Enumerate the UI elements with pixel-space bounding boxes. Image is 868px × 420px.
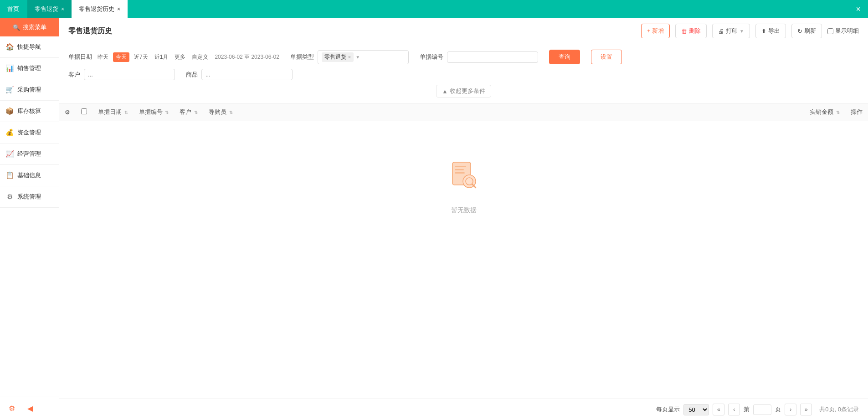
first-page-button[interactable]: « <box>713 404 724 415</box>
print-dropdown-arrow: ▼ <box>740 29 744 34</box>
print-icon: 🖨 <box>718 28 724 35</box>
sidebar-item-purchase-label: 采购管理 <box>17 86 41 94</box>
add-button[interactable]: + 新增 <box>641 24 670 38</box>
page-label-suffix: 页 <box>775 405 781 414</box>
export-icon: ⬆ <box>761 28 766 35</box>
type-filter-label: 单据类型 <box>290 53 314 61</box>
sidebar-item-sales[interactable]: 📊 销售管理 <box>0 58 59 79</box>
filter-row-2: 客户 商品 <box>68 69 859 80</box>
date-filter-item: 单据日期 昨天 今天 近7天 近1月 更多 自定义 2023-06-02 至 2… <box>68 52 279 62</box>
sidebar-item-quick-nav[interactable]: 🏠 快捷导航 <box>0 36 59 58</box>
sidebar-item-system[interactable]: ⚙ 系统管理 <box>0 186 59 208</box>
sidebar-item-basic-info-label: 基础信息 <box>17 171 41 179</box>
sidebar-search-label: 搜索菜单 <box>23 23 46 31</box>
svg-rect-2 <box>455 169 464 170</box>
add-button-label: + 新增 <box>647 27 664 35</box>
th-settings: ⚙ <box>59 103 76 121</box>
type-tag-close[interactable]: × <box>348 54 351 60</box>
sidebar-gear-button[interactable]: ⚙ <box>5 401 19 415</box>
tab-retail-return-history[interactable]: 零售退货历史 × <box>72 0 128 18</box>
sidebar-search-button[interactable]: 🔍 搜索菜单 <box>0 18 59 36</box>
th-customer-label: 客户 <box>180 108 191 115</box>
th-guide: 导购员 ⇅ <box>203 103 238 121</box>
page-title: 零售退货历史 <box>68 26 112 36</box>
number-filter-input[interactable] <box>447 51 538 63</box>
type-tag: 零售退货 × <box>322 52 354 62</box>
tab-home-label: 首页 <box>7 5 19 13</box>
delete-button[interactable]: 🗑 删除 <box>675 24 707 38</box>
window-close-button[interactable]: × <box>856 5 861 14</box>
collapse-button-label: 收起更多条件 <box>450 87 485 95</box>
empty-text: 暂无数据 <box>451 206 477 215</box>
type-filter-select[interactable]: 零售退货 × ▼ <box>318 50 409 64</box>
next-page-button[interactable]: › <box>785 404 796 415</box>
date-btn-yesterday[interactable]: 昨天 <box>96 52 110 62</box>
tab-home[interactable]: 首页 <box>0 0 26 18</box>
th-date: 单据日期 ⇅ <box>92 103 134 121</box>
sidebar: 🔍 搜索菜单 🏠 快捷导航 📊 销售管理 🛒 采购管理 📦 库存核算 💰 资金管… <box>0 18 59 420</box>
page-number-input[interactable]: 1 <box>753 405 771 415</box>
date-range-display: 2023-06-02 至 2023-06-02 <box>215 53 279 61</box>
data-table: ⚙ 单据日期 ⇅ 单据编号 ⇅ <box>59 103 868 121</box>
th-guide-sort-icon[interactable]: ⇅ <box>229 110 233 115</box>
sidebar-item-operations[interactable]: 📈 经营管理 <box>0 143 59 165</box>
table-settings-icon[interactable]: ⚙ <box>65 109 70 116</box>
date-filter-label: 单据日期 <box>68 53 92 61</box>
settings-button[interactable]: 设置 <box>591 50 622 64</box>
query-button[interactable]: 查询 <box>549 50 580 64</box>
customer-filter-label: 客户 <box>68 71 80 79</box>
prev-page-button[interactable]: ‹ <box>728 404 740 415</box>
date-btn-more[interactable]: 更多 <box>173 52 187 62</box>
type-dropdown-arrow: ▼ <box>355 55 360 60</box>
show-detail-checkbox[interactable] <box>827 28 833 34</box>
date-filter-buttons: 昨天 今天 近7天 近1月 更多 自定义 2023-06-02 至 2023-0… <box>96 52 279 62</box>
th-operation-label: 操作 <box>851 108 863 115</box>
sales-icon: 📊 <box>5 64 14 72</box>
type-tag-label: 零售退货 <box>324 53 346 61</box>
sidebar-item-inventory[interactable]: 📦 库存核算 <box>0 101 59 122</box>
show-detail-checkbox-label[interactable]: 显示明细 <box>827 27 859 35</box>
refresh-button-label: 刷新 <box>804 27 816 35</box>
th-date-label: 单据日期 <box>98 108 122 115</box>
sidebar-item-inventory-label: 库存核算 <box>17 107 41 115</box>
table-select-all-checkbox[interactable] <box>81 108 87 114</box>
date-btn-custom[interactable]: 自定义 <box>190 52 210 62</box>
th-amount-sort-icon[interactable]: ⇅ <box>836 110 840 115</box>
th-number: 单据编号 ⇅ <box>134 103 175 121</box>
refresh-button[interactable]: ↻ 刷新 <box>791 24 822 38</box>
th-number-sort-icon[interactable]: ⇅ <box>165 110 169 115</box>
tab-retail-return-close[interactable]: × <box>61 6 64 12</box>
print-button[interactable]: 🖨 打印 ▼ <box>712 24 750 38</box>
last-page-button[interactable]: » <box>800 404 812 415</box>
collapse-button[interactable]: ▲ 收起更多条件 <box>436 85 491 97</box>
export-button[interactable]: ⬆ 导出 <box>755 24 786 38</box>
sidebar-item-finance[interactable]: 💰 资金管理 <box>0 122 59 143</box>
sidebar-bottom: ⚙ ◀ <box>0 396 59 420</box>
settings-button-label: 设置 <box>601 53 612 61</box>
sidebar-item-purchase[interactable]: 🛒 采购管理 <box>0 79 59 101</box>
goods-filter-item: 商品 <box>186 69 293 80</box>
page-size-select[interactable]: 10 20 50 100 <box>683 404 709 415</box>
th-customer-sort-icon[interactable]: ⇅ <box>194 110 198 115</box>
th-amount-label: 实销金额 <box>810 108 833 115</box>
header-actions: + 新增 🗑 删除 🖨 打印 ▼ ⬆ 导出 ↻ 刷新 <box>641 24 859 38</box>
number-filter-item: 单据编号 <box>420 51 538 63</box>
sidebar-item-finance-label: 资金管理 <box>17 128 41 137</box>
th-date-sort-icon[interactable]: ⇅ <box>124 110 128 115</box>
date-btn-7days[interactable]: 近7天 <box>132 52 150 62</box>
customer-filter-item: 客户 <box>68 69 175 80</box>
tab-retail-return[interactable]: 零售退货 × <box>27 0 72 18</box>
date-btn-1month[interactable]: 近1月 <box>153 52 170 62</box>
collapse-row: ▲ 收起更多条件 <box>68 85 859 97</box>
purchase-icon: 🛒 <box>5 86 14 94</box>
show-detail-label: 显示明细 <box>835 27 859 35</box>
sidebar-item-basic-info[interactable]: 📋 基础信息 <box>0 165 59 186</box>
customer-filter-input[interactable] <box>84 69 175 80</box>
goods-filter-input[interactable] <box>201 69 293 80</box>
sidebar-collapse-button[interactable]: ◀ <box>23 401 37 415</box>
tab-retail-return-history-close[interactable]: × <box>117 6 120 12</box>
date-btn-today[interactable]: 今天 <box>113 52 129 62</box>
goods-filter-label: 商品 <box>186 71 198 79</box>
page-size-label: 每页显示 <box>656 405 680 414</box>
system-icon: ⚙ <box>5 193 14 201</box>
